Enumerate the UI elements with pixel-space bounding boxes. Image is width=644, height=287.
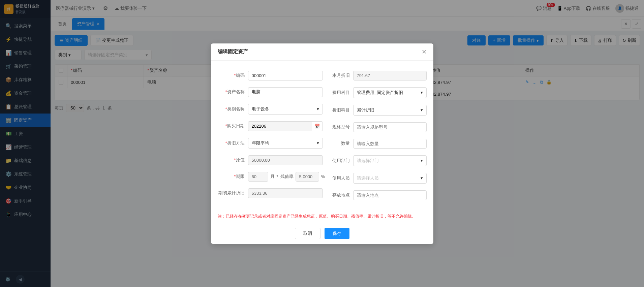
period-inline: 月 * 残值率 % — [248, 172, 323, 182]
form-row-code: *编码 — [218, 67, 323, 84]
purchase-date-input[interactable] — [248, 122, 312, 131]
chevron-down-icon: ▾ — [421, 158, 423, 163]
location-input[interactable] — [353, 190, 427, 200]
form-row-category: *类别名称 电子设备 ▾ — [218, 100, 323, 118]
chevron-down-icon: ▾ — [421, 176, 423, 181]
dialog-overlay: 编辑固定资产 ✕ *编码 *资产名称 — [0, 0, 644, 287]
cancel-btn[interactable]: 取消 — [295, 228, 320, 239]
form-row-monthly-dep: 本月折旧 — [323, 67, 427, 84]
form-row-period: *期限 月 * 残值率 % — [218, 168, 323, 185]
dialog-body: *编码 *资产名称 *类别名称 — [211, 61, 433, 210]
form-row-location: 存放地点 — [323, 187, 427, 203]
period-label: *期限 — [218, 173, 248, 180]
original-value-label: *原值 — [218, 157, 248, 163]
form-row-spec-model: 规格型号 — [323, 119, 427, 135]
expense-subject-label: 费用科目 — [323, 90, 353, 96]
form-row-name: *资产名称 — [218, 84, 323, 100]
dep-subject-select[interactable]: 累计折旧 ▾ — [353, 105, 427, 116]
code-label: *编码 — [218, 72, 248, 78]
monthly-dep-label: 本月折旧 — [323, 72, 353, 78]
monthly-dep-input — [353, 71, 427, 81]
location-label: 存放地点 — [323, 192, 353, 198]
category-select[interactable]: 电子设备 ▾ — [248, 104, 323, 115]
form-row-dep-method: *折旧方法 年限平均 ▾ — [218, 134, 323, 152]
chevron-down-icon: ▾ — [317, 106, 319, 111]
name-input[interactable] — [248, 87, 323, 97]
calendar-icon[interactable]: 📅 — [312, 122, 323, 131]
form-row-expense-subject: 费用科目 管理费用_固定资产折旧 ▾ — [323, 84, 427, 101]
form-row-original-value: *原值 — [218, 152, 323, 168]
department-label: 使用部门 — [323, 158, 353, 164]
dialog-close-btn[interactable]: ✕ — [422, 48, 427, 56]
person-select[interactable]: 请选择人员 ▾ — [353, 173, 427, 184]
form-row-purchase-date: *购买日期 📅 — [218, 118, 323, 134]
dep-subject-label: 折旧科目 — [323, 107, 353, 113]
form-row-person: 使用人员 请选择人员 ▾ — [323, 169, 427, 187]
dialog-footer: 取消 保存 — [211, 223, 433, 244]
form-row-quantity: 数量 — [323, 135, 427, 152]
save-btn[interactable]: 保存 — [325, 228, 349, 239]
dep-method-label: *折旧方法 — [218, 140, 248, 146]
purchase-date-label: *购买日期 — [218, 123, 248, 129]
category-label: *类别名称 — [218, 106, 248, 112]
form-row-dep-subject: 折旧科目 累计折旧 ▾ — [323, 101, 427, 119]
original-value-input[interactable] — [248, 155, 323, 165]
spec-model-label: 规格型号 — [323, 124, 353, 130]
dialog-title: 编辑固定资产 — [218, 49, 248, 55]
dep-method-select[interactable]: 年限平均 ▾ — [248, 138, 323, 149]
name-label: *资产名称 — [218, 89, 248, 95]
dialog-note: 注：已经存在变更记录或者对应固定资产已经生成凭证，原值、购买日期、残值率、累计折… — [211, 210, 433, 223]
quantity-label: 数量 — [323, 140, 353, 147]
expense-subject-select[interactable]: 管理费用_固定资产折旧 ▾ — [353, 87, 427, 98]
chevron-down-icon: ▾ — [421, 107, 423, 113]
period-input[interactable] — [248, 172, 268, 182]
purchase-date-input-wrapper: 📅 — [248, 121, 323, 131]
chevron-down-icon: ▾ — [317, 140, 319, 146]
form-right-col: 本月折旧 费用科目 管理费用_固定资产折旧 ▾ — [323, 67, 427, 203]
dialog-header: 编辑固定资产 ✕ — [211, 43, 433, 61]
form-left-col: *编码 *资产名称 *类别名称 — [218, 67, 323, 203]
department-select[interactable]: 请选择部门 ▾ — [353, 155, 427, 166]
quantity-input[interactable] — [353, 139, 427, 149]
code-input[interactable] — [248, 71, 323, 81]
initial-accum-dep-label: 期初累计折旧 — [218, 190, 248, 196]
chevron-down-icon: ▾ — [421, 90, 423, 95]
spec-model-input[interactable] — [353, 122, 427, 132]
salvage-rate-input[interactable] — [296, 172, 319, 182]
person-label: 使用人员 — [323, 175, 353, 181]
form-row-initial-accum-dep: 期初累计折旧 — [218, 185, 323, 201]
form-row-department: 使用部门 请选择部门 ▾ — [323, 152, 427, 169]
initial-accum-dep-input[interactable] — [248, 188, 323, 198]
form-grid: *编码 *资产名称 *类别名称 — [218, 67, 427, 203]
edit-asset-dialog: 编辑固定资产 ✕ *编码 *资产名称 — [211, 43, 433, 244]
